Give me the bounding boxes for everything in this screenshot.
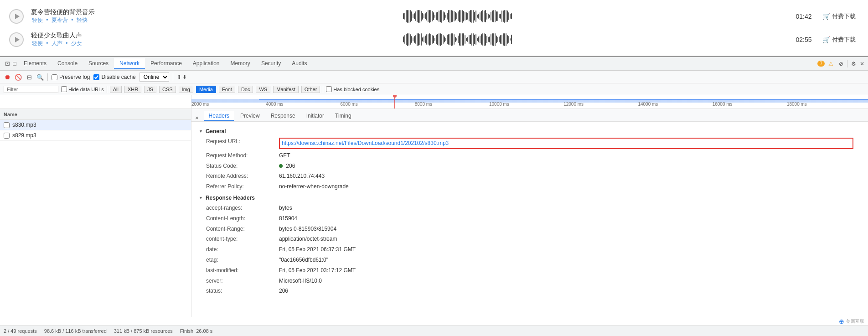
tab-performance[interactable]: Performance	[145, 58, 187, 69]
music-tag-1-2[interactable]: 轻快	[77, 17, 88, 23]
cart-icon-2: 🛒	[822, 36, 830, 43]
detail-close-button[interactable]: ×	[195, 114, 199, 121]
filter-type-xhr[interactable]: XHR	[124, 86, 141, 93]
timeline-label-4000: 4000 ms	[266, 102, 283, 107]
content-type-row: content-type: application/octet-stream	[199, 234, 861, 244]
file-list-header: Name	[0, 109, 191, 120]
filter-type-media[interactable]: Media	[196, 86, 216, 93]
server-key: server:	[206, 277, 279, 285]
has-blocked-cookies-text: Has blocked cookies	[333, 87, 379, 92]
content-type-value: application/octet-stream	[279, 235, 853, 243]
music-download-2[interactable]: 🛒 付费下载	[822, 36, 859, 44]
music-tags-1: 轻便 • 夏令营 • 轻快	[31, 16, 122, 24]
search-icon[interactable]: 🔍	[36, 73, 44, 81]
status-value: 206	[279, 287, 853, 295]
warning-count-badge: 7	[817, 61, 825, 67]
tab-sources[interactable]: Sources	[83, 58, 114, 69]
file-name-0: s830.mp3	[12, 122, 36, 128]
music-download-label-2: 付费下载	[832, 36, 856, 44]
music-title-2: 轻便少女歌曲人声	[31, 31, 122, 40]
record-icon[interactable]: ⏺	[4, 73, 11, 81]
timeline-label-12000: 12000 ms	[563, 102, 584, 107]
response-headers-label: Response Headers	[206, 195, 255, 201]
filter-type-img[interactable]: Img	[179, 86, 193, 93]
timeline-label-10000: 10000 ms	[489, 102, 509, 107]
download-icon: ⬇	[182, 74, 187, 80]
filter-type-manifest[interactable]: Manifest	[273, 86, 299, 93]
tab-console[interactable]: Console	[52, 58, 83, 69]
music-duration-1: 01:42	[792, 13, 815, 20]
close-devtools-icon[interactable]: ✕	[860, 61, 864, 67]
request-url-key: Request URL:	[206, 138, 279, 145]
filter-type-ws[interactable]: WS	[256, 86, 270, 93]
detail-tab-timing[interactable]: Timing	[331, 111, 356, 121]
server-row: server: Microsoft-IIS/10.0	[199, 276, 861, 286]
response-headers-section-header[interactable]: Response Headers	[199, 192, 861, 203]
music-item-1: 夏令营轻便的背景音乐 轻便 • 夏令营 • 轻快 01:42 🛒 付费下载	[9, 5, 859, 28]
content-range-value: bytes 0-815903/815904	[279, 225, 853, 233]
last-modified-row: last-modified: Fri, 05 Feb 2021 03:17:12…	[199, 265, 861, 276]
separator-5	[323, 86, 323, 93]
clear-icon[interactable]: 🚫	[15, 73, 22, 81]
music-tag-1-1[interactable]: 夏令营	[52, 17, 68, 23]
last-modified-value: Fri, 05 Feb 2021 03:17:12 GMT	[279, 267, 853, 274]
content-length-value: 815904	[279, 215, 853, 222]
settings-icon[interactable]: ⚙	[851, 61, 856, 67]
play-button-2[interactable]	[9, 32, 24, 47]
throttling-select[interactable]: Online	[140, 72, 169, 82]
file-list-item-0[interactable]: s830.mp3	[0, 120, 191, 130]
music-download-1[interactable]: 🛒 付费下载	[822, 12, 859, 21]
etag-key: etag:	[206, 256, 279, 264]
hide-data-urls-checkbox[interactable]	[61, 86, 67, 92]
referrer-policy-key: Referrer Policy:	[206, 183, 279, 191]
timeline-row: 2000 ms 4000 ms 6000 ms 8000 ms 10000 ms…	[0, 95, 868, 109]
filter-type-css[interactable]: CSS	[159, 86, 176, 93]
file-checkbox-1[interactable]	[4, 133, 10, 139]
filter-type-doc[interactable]: Doc	[238, 86, 253, 93]
upload-download-icons: ⬆ ⬇	[177, 74, 187, 80]
tab-application[interactable]: Application	[187, 58, 225, 69]
filter-type-all[interactable]: All	[110, 86, 122, 93]
has-blocked-cookies-checkbox[interactable]	[326, 86, 332, 92]
remote-address-key: Remote Address:	[206, 172, 279, 180]
detail-tab-preview[interactable]: Preview	[236, 111, 264, 121]
tab-memory[interactable]: Memory	[225, 58, 256, 69]
music-tag-2-1[interactable]: 人声	[52, 40, 62, 47]
music-tag-1-0[interactable]: 轻便	[32, 17, 43, 23]
file-list: Name s830.mp3 s829.mp3	[0, 109, 191, 317]
detail-tab-response[interactable]: Response	[266, 111, 300, 121]
referrer-policy-row: Referrer Policy: no-referrer-when-downgr…	[199, 181, 861, 192]
tab-elements[interactable]: Elements	[18, 58, 52, 69]
inspect-icon[interactable]: □	[11, 60, 18, 67]
hide-data-urls-text: Hide data URLs	[68, 87, 104, 92]
date-value: Fri, 05 Feb 2021 06:37:31 GMT	[279, 246, 853, 253]
status-code-value: 206	[279, 162, 853, 170]
etag-row: etag: "0ac16656dfbd61:0"	[199, 255, 861, 265]
filter-input[interactable]	[4, 86, 58, 93]
tab-audits[interactable]: Audits	[286, 58, 312, 69]
remote-address-value: 61.160.210.74:443	[279, 172, 853, 180]
filter-icon[interactable]: ⊟	[26, 73, 33, 81]
play-button-1[interactable]	[9, 9, 24, 24]
disable-cache-checkbox[interactable]	[93, 74, 99, 80]
music-tag-2-0[interactable]: 轻便	[32, 40, 43, 47]
request-url-value[interactable]: https://downsc.chinaz.net/Files/DownLoad…	[279, 138, 853, 149]
date-key: date:	[206, 246, 279, 253]
tab-security[interactable]: Security	[256, 58, 286, 69]
play-icon-2	[15, 37, 20, 42]
detail-tab-headers[interactable]: Headers	[204, 111, 234, 121]
filter-type-other[interactable]: Other	[301, 86, 320, 93]
file-list-item-1[interactable]: s829.mp3	[0, 130, 191, 141]
filter-type-js[interactable]: JS	[144, 86, 156, 93]
filter-type-font[interactable]: Font	[219, 86, 235, 93]
music-tag-2-2[interactable]: 少女	[71, 40, 82, 47]
preserve-log-checkbox[interactable]	[52, 74, 57, 80]
tab-network[interactable]: Network	[114, 58, 145, 69]
general-section-header[interactable]: General	[199, 125, 861, 136]
file-checkbox-0[interactable]	[4, 122, 10, 128]
timeline-label-16000: 16000 ms	[713, 102, 733, 107]
music-download-label-1: 付费下载	[832, 12, 856, 21]
music-title-1: 夏令营轻便的背景音乐	[31, 8, 122, 16]
detail-tab-initiator[interactable]: Initiator	[302, 111, 329, 121]
cursor-icon[interactable]: ⊡	[4, 60, 11, 67]
